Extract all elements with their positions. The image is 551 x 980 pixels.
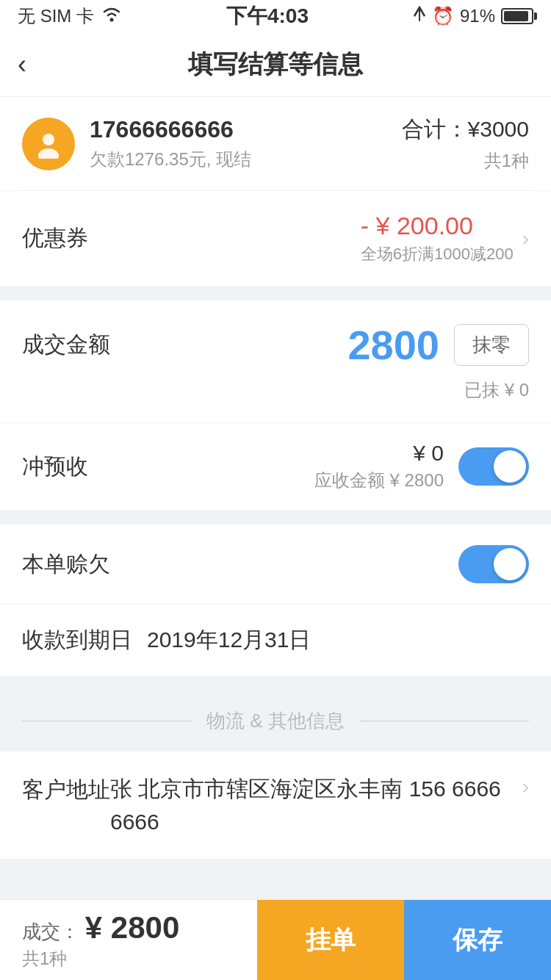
- save-button[interactable]: 保存: [404, 900, 551, 980]
- advance-amount: ¥ 0: [314, 441, 444, 466]
- total-amount: 合计：¥3000: [402, 115, 529, 145]
- carrier-text: 无 SIM 卡: [18, 4, 94, 28]
- divider-line-left: [22, 721, 192, 721]
- divider-line-right: [359, 721, 529, 721]
- customer-left: 17666666666 欠款1276.35元, 现结: [22, 116, 251, 171]
- bottom-deal-label: 成交：: [22, 920, 79, 943]
- deal-section: 成交金额 2800 抹零 已抹 ¥ 0: [0, 300, 551, 422]
- section-divider: 物流 & 其他信息: [0, 691, 551, 752]
- credit-section: 本单赊欠: [0, 525, 551, 604]
- credit-toggle[interactable]: [458, 545, 529, 583]
- battery-percent: 91%: [460, 6, 495, 26]
- credit-label: 本单赊欠: [22, 550, 110, 580]
- wifi-icon: [101, 6, 122, 26]
- address-section[interactable]: 客户地址 张 北京市市辖区海淀区永丰南 156 6666 6666 ›: [0, 752, 551, 859]
- bottom-count: 共1种: [22, 947, 235, 970]
- advance-right: ¥ 0 应收金额 ¥ 2800: [314, 441, 529, 492]
- coupon-row[interactable]: 优惠券 - ¥ 200.00 全场6折满1000减200 ›: [0, 191, 551, 286]
- advance-receivable: 应收金额 ¥ 2800: [314, 469, 444, 492]
- deal-label: 成交金额: [22, 330, 110, 360]
- status-left: 无 SIM 卡: [18, 4, 122, 28]
- deal-amount-container: 2800 抹零: [347, 321, 529, 369]
- advance-label: 冲预收: [22, 452, 88, 482]
- customer-section: 17666666666 欠款1276.35元, 现结 合计：¥3000 共1种: [0, 97, 551, 190]
- address-value: 张 北京市市辖区海淀区永丰南 156 6666 6666: [110, 772, 514, 838]
- battery-fill: [504, 11, 528, 21]
- toggle-knob: [494, 450, 526, 483]
- customer-phone: 17666666666: [90, 116, 251, 143]
- duedate-value: 2019年12月31日: [147, 625, 311, 655]
- advance-section: 冲预收 ¥ 0 应收金额 ¥ 2800: [0, 422, 551, 510]
- total-count: 共1种: [402, 149, 529, 173]
- advance-toggle[interactable]: [458, 447, 529, 486]
- credit-toggle-knob: [494, 548, 526, 580]
- bottom-deal-amount: ¥ 2800: [85, 910, 179, 945]
- svg-point-2: [38, 148, 59, 159]
- bottom-info: 成交： ¥ 2800 共1种: [0, 900, 257, 980]
- duedate-label: 收款到期日: [22, 625, 132, 655]
- duedate-section: 收款到期日 2019年12月31日: [0, 604, 551, 676]
- battery-icon: [501, 8, 533, 24]
- location-icon: [413, 6, 426, 26]
- page-title: 填写结算等信息: [188, 48, 363, 82]
- advance-amount-block: ¥ 0 应收金额 ¥ 2800: [314, 441, 444, 492]
- section-divider-text: 物流 & 其他信息: [206, 708, 345, 734]
- deal-row: 成交金额 2800 抹零: [22, 321, 529, 369]
- deal-amount: 2800: [347, 321, 439, 369]
- status-bar: 无 SIM 卡 下午4:03 ⏰ 91%: [0, 0, 551, 32]
- coupon-description: 全场6折满1000减200: [361, 243, 514, 265]
- divider-large-2: [0, 510, 551, 525]
- coupon-right: - ¥ 200.00 全场6折满1000减200 ›: [361, 212, 529, 265]
- status-right: ⏰ 91%: [413, 6, 533, 26]
- coupon-discount: - ¥ 200.00: [361, 212, 514, 240]
- bottom-deal-row: 成交： ¥ 2800: [22, 910, 235, 945]
- divider-large-1: [0, 286, 551, 300]
- round-button[interactable]: 抹零: [454, 324, 529, 366]
- coupon-label: 优惠券: [22, 223, 88, 253]
- divider-large-3: [0, 676, 551, 691]
- chevron-right-icon: ›: [522, 227, 529, 251]
- hold-button[interactable]: 挂单: [257, 900, 404, 980]
- bottom-bar: 成交： ¥ 2800 共1种 挂单 保存: [0, 899, 551, 980]
- status-time: 下午4:03: [226, 2, 309, 30]
- svg-point-1: [43, 134, 54, 145]
- back-button[interactable]: ‹: [18, 49, 62, 80]
- page-content: 17666666666 欠款1276.35元, 现结 合计：¥3000 共1种 …: [0, 97, 551, 980]
- svg-point-0: [110, 18, 114, 22]
- address-chevron-icon: ›: [522, 775, 529, 799]
- alarm-icon: ⏰: [432, 6, 454, 26]
- customer-debt: 欠款1276.35元, 现结: [90, 148, 251, 171]
- customer-total: 合计：¥3000 共1种: [402, 115, 529, 173]
- customer-row: 17666666666 欠款1276.35元, 现结 合计：¥3000 共1种: [22, 115, 529, 173]
- customer-info: 17666666666 欠款1276.35元, 现结: [90, 116, 251, 171]
- nav-bar: ‹ 填写结算等信息: [0, 32, 551, 97]
- avatar: [22, 118, 75, 170]
- deal-sub-text: 已抹 ¥ 0: [464, 380, 529, 400]
- address-label: 客户地址: [22, 775, 110, 805]
